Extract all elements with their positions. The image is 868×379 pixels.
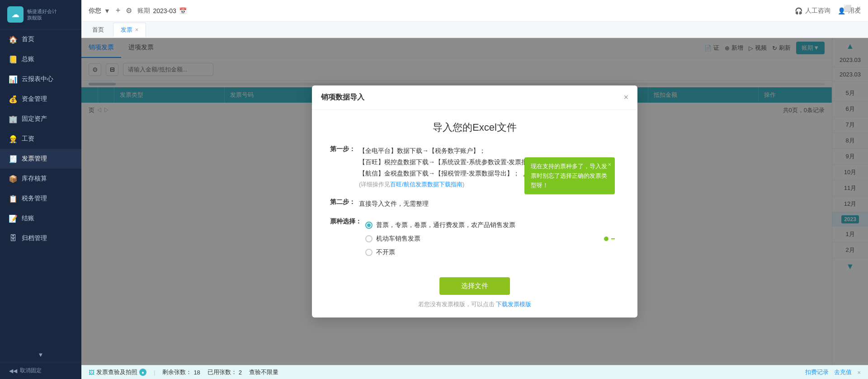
modal-heading: 导入您的Excel文件 [330, 121, 619, 134]
sidebar-unpin-btn[interactable]: ◀◀ 取消固定 [0, 362, 81, 379]
page-content: 销项发票 进项发票 📄 证 ⊕ 新增 [81, 38, 868, 365]
check-limit-item: 查验不限量 [249, 368, 278, 376]
radio-label: 票种选择： [330, 218, 362, 226]
archive-icon: 🗄 [9, 234, 17, 242]
headset-icon: 🎧 [795, 7, 802, 14]
remaining-item: 剩余张数： 18 [162, 368, 200, 376]
company-selector[interactable]: 你您 ▼ [89, 7, 110, 15]
sidebar-item-label: 库存核算 [22, 175, 47, 183]
step1-label: 第一步： [330, 145, 355, 190]
radio-row-1[interactable]: 机动车销售发票 [365, 235, 515, 243]
modal-close-btn[interactable]: × [623, 93, 628, 102]
radio-btn-0[interactable] [365, 222, 373, 229]
settle-icon: 📝 [9, 214, 17, 223]
tooltip-dot [604, 237, 609, 241]
template-link-row: 若您没有发票模版，可以点击 下载发票模版 [418, 300, 532, 308]
company-arrow-icon: ▼ [104, 7, 110, 14]
tabs-bar: 首页 发票 × [81, 22, 868, 38]
select-file-btn[interactable]: 选择文件 [439, 277, 510, 295]
step2-label: 第二步： [330, 198, 355, 209]
ledger-icon: 📒 [9, 55, 17, 63]
fund-icon: 💰 [9, 95, 17, 103]
invoice-check-item: 🖼 发票查验及拍照 ● [89, 368, 146, 376]
cloud-report-icon: 📊 [9, 75, 17, 83]
home-icon: 🏠 [9, 35, 17, 43]
app-logo-text: 畅捷通好会计 旗舰版 [27, 8, 57, 21]
invoice-check-icon: 🖼 [89, 369, 94, 376]
radio-btn-2[interactable] [365, 249, 373, 256]
sidebar-item-label: 归档管理 [22, 234, 47, 242]
invoice-check-badge: ● [139, 369, 146, 376]
topbar: 你您 ▼ + ⚙ 账期 2023-03 📅 🎧 人工咨询 👤 用友 [81, 0, 868, 22]
window-close-btn[interactable]: × [857, 5, 861, 13]
settings-icon[interactable]: ⚙ [126, 6, 132, 15]
import-modal: 销项数据导入 × 导入您的Excel文件 第一步： 【全电平台】数据下载→【税务… [312, 85, 637, 317]
status-bar-close-btn[interactable]: × [857, 369, 861, 376]
tooltip-trigger [604, 237, 615, 241]
modal-footer: 选择文件 若您没有发票模版，可以点击 下载发票模版 [312, 270, 637, 317]
download-template-link[interactable]: 下载发票模版 [496, 301, 531, 308]
modal-header: 销项数据导入 × [312, 85, 637, 110]
sidebar-item-archive[interactable]: 🗄 归档管理 [0, 228, 81, 248]
tooltip-text: 现在支持的票种多了，导入发票时别忘了选择正确的发票类型呀！ [531, 163, 607, 189]
modal-overlay: 销项数据导入 × 导入您的Excel文件 第一步： 【全电平台】数据下载→【税务… [81, 38, 868, 365]
main-area: 你您 ▼ + ⚙ 账期 2023-03 📅 🎧 人工咨询 👤 用友 [81, 0, 868, 379]
app-logo-icon: ☁ [7, 6, 24, 23]
tooltip-line [611, 238, 615, 239]
sidebar-item-salary[interactable]: 👷 工资 [0, 129, 81, 149]
recharge-record-link[interactable]: 扣费记录 [805, 368, 829, 376]
sidebar-item-fund[interactable]: 💰 资金管理 [0, 89, 81, 109]
step2-content: 直接导入文件，无需整理 [359, 198, 429, 209]
sidebar-item-home[interactable]: 🏠 首页 [0, 29, 81, 49]
sidebar-item-tax[interactable]: 📋 税务管理 [0, 189, 81, 208]
sidebar-item-fixed-assets[interactable]: 🏢 固定资产 [0, 109, 81, 129]
consult-button[interactable]: 🎧 人工咨询 [795, 7, 830, 15]
status-bar-right: 扣费记录 去充值 × [805, 368, 861, 376]
used-item: 已用张数： 2 [208, 368, 242, 376]
period-display: 账期 2023-03 📅 [137, 7, 186, 15]
invoice-icon: 🧾 [9, 155, 17, 163]
sidebar-logo: ☁ 畅捷通好会计 旗舰版 [0, 0, 81, 29]
sidebar: ☁ 畅捷通好会计 旗舰版 🏠 首页 📒 总账 📊 云报表中心 💰 资金管 [0, 0, 81, 379]
sidebar-item-ledger[interactable]: 📒 总账 [0, 49, 81, 69]
sidebar-nav: 🏠 首页 📒 总账 📊 云报表中心 💰 资金管理 🏢 固定资产 👷 工资 [0, 29, 81, 348]
sidebar-item-label: 首页 [22, 35, 34, 43]
step2-row: 第二步： 直接导入文件，无需整理 [330, 198, 619, 209]
sidebar-item-inventory[interactable]: 📦 库存核算 [0, 169, 81, 189]
recharge-btn[interactable]: 去充值 [834, 368, 852, 376]
modal-title: 销项数据导入 [321, 93, 364, 102]
sidebar-scroll-down[interactable]: ▼ [0, 348, 81, 362]
tax-icon: 📋 [9, 194, 17, 203]
tooltip-close-btn[interactable]: × [608, 160, 611, 170]
window-maximize-btn[interactable]: ⬜ [844, 5, 851, 13]
sidebar-item-label: 发票管理 [22, 155, 47, 163]
salary-icon: 👷 [9, 135, 17, 143]
period-value: 2023-03 [153, 7, 176, 14]
divider-1: | [154, 369, 155, 376]
sidebar-item-label: 云报表中心 [22, 75, 53, 83]
modal-step2: 第二步： 直接导入文件，无需整理 [330, 198, 619, 209]
radio-row-0[interactable]: 普票，专票，卷票，通行费发票，农产品销售发票 [365, 221, 515, 229]
window-controls: ⬜ × [844, 5, 861, 13]
fixed-assets-icon: 🏢 [9, 115, 17, 123]
sidebar-item-label: 工资 [22, 135, 34, 143]
tab-invoice[interactable]: 发票 × [113, 23, 146, 37]
company-name: 你您 [89, 7, 101, 15]
radio-btn-1[interactable] [365, 235, 373, 242]
sidebar-item-label: 资金管理 [22, 95, 47, 103]
inventory-icon: 📦 [9, 175, 17, 183]
radio-row-2[interactable]: 不开票 [365, 248, 515, 256]
calendar-icon[interactable]: 📅 [179, 7, 187, 14]
sidebar-item-invoice[interactable]: 🧾 发票管理 [0, 149, 81, 169]
pin-icon: ◀◀ [9, 368, 17, 374]
sidebar-item-label: 结账 [22, 214, 34, 223]
tooltip-bubble: × 现在支持的票种多了，导入发票时别忘了选择正确的发票类型呀！ [524, 157, 615, 194]
sidebar-item-label: 税务管理 [22, 194, 47, 203]
sidebar-item-settle[interactable]: 📝 结账 [0, 208, 81, 228]
sidebar-item-label: 固定资产 [22, 115, 47, 123]
sidebar-item-cloud-report[interactable]: 📊 云报表中心 [0, 69, 81, 89]
tab-close-icon[interactable]: × [135, 27, 138, 33]
add-button[interactable]: + [116, 6, 121, 15]
status-bar: 🖼 发票查验及拍照 ● | 剩余张数： 18 已用张数： 2 查验不限量 扣费记… [81, 365, 868, 379]
tab-home[interactable]: 首页 [85, 23, 111, 37]
